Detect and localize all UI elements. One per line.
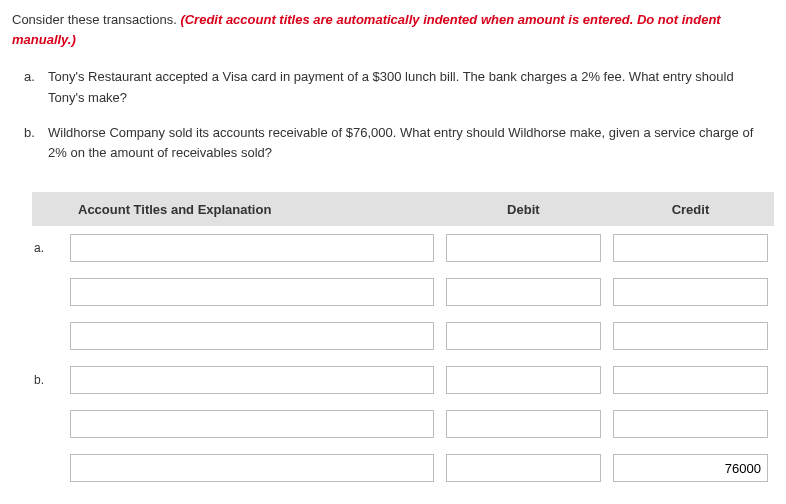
debit-input[interactable] [446,278,601,306]
table-row [32,446,774,490]
instructions: Consider these transactions. (Credit acc… [12,10,774,49]
debit-input[interactable] [446,322,601,350]
credit-input[interactable] [613,278,768,306]
table-row [32,402,774,446]
credit-input[interactable] [613,234,768,262]
credit-input[interactable] [613,410,768,438]
debit-input[interactable] [446,410,601,438]
row-marker: b. [32,373,66,387]
header-account: Account Titles and Explanation [66,202,440,217]
credit-input[interactable] [613,454,768,482]
table-row [32,314,774,358]
account-input[interactable] [70,454,434,482]
header-credit: Credit [607,202,774,217]
question-a: a. Tony's Restaurant accepted a Visa car… [12,67,774,109]
journal-entry-table: Account Titles and Explanation Debit Cre… [32,192,774,490]
question-marker: a. [12,67,48,109]
row-marker: a. [32,241,66,255]
question-text: Wildhorse Company sold its accounts rece… [48,123,774,165]
header-debit: Debit [440,202,607,217]
credit-input[interactable] [613,366,768,394]
question-b: b. Wildhorse Company sold its accounts r… [12,123,774,165]
table-row: b. [32,358,774,402]
instructions-main: Consider these transactions. [12,12,177,27]
debit-input[interactable] [446,454,601,482]
account-input[interactable] [70,410,434,438]
question-list: a. Tony's Restaurant accepted a Visa car… [12,67,774,164]
question-marker: b. [12,123,48,165]
account-input[interactable] [70,278,434,306]
credit-input[interactable] [613,322,768,350]
table-row [32,270,774,314]
question-text: Tony's Restaurant accepted a Visa card i… [48,67,774,109]
table-header-row: Account Titles and Explanation Debit Cre… [32,192,774,226]
debit-input[interactable] [446,366,601,394]
account-input[interactable] [70,366,434,394]
account-input[interactable] [70,234,434,262]
table-row: a. [32,226,774,270]
account-input[interactable] [70,322,434,350]
debit-input[interactable] [446,234,601,262]
